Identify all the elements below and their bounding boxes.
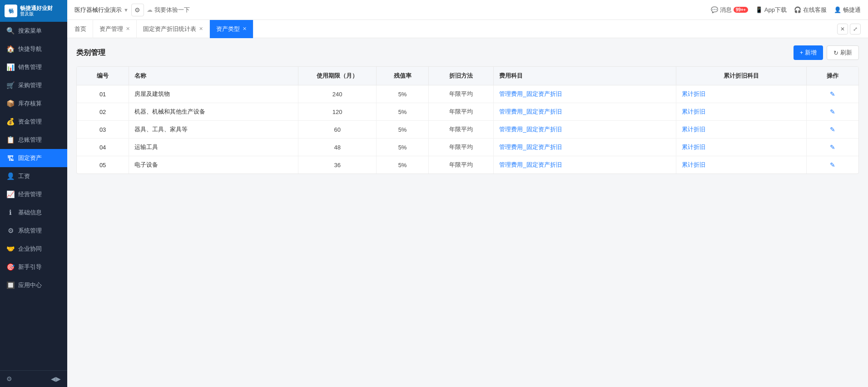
message-button[interactable]: 💬 消息 99++ — [711, 6, 748, 14]
tab-home[interactable]: 首页 — [74, 20, 93, 38]
app-title-block: 畅捷通好业财 普及版 — [20, 5, 53, 17]
new-button[interactable]: + 新增 — [794, 45, 823, 60]
cell-action[interactable]: ✎ — [806, 103, 858, 121]
experience-button[interactable]: ☁ 我要体验一下 — [147, 6, 190, 14]
sidebar-item-fixed-assets[interactable]: 🏗 固定资产 — [0, 149, 67, 167]
system-icon: ⚙ — [6, 227, 15, 235]
cloud-icon: ☁ — [147, 6, 153, 13]
cell-name: 机器、机械和其他生产设备 — [129, 103, 298, 121]
cell-period: 36 — [298, 156, 377, 174]
user-icon: 👤 — [834, 6, 841, 13]
sidebar-label-quick-nav: 快捷导航 — [18, 45, 42, 53]
cell-period: 48 — [298, 139, 377, 156]
table: 编号 名称 使用期限（月） 残值率 折旧方法 费用科目 累计折旧科目 操作 01… — [77, 67, 858, 174]
phone-icon: 📱 — [755, 6, 763, 13]
cell-residual: 5% — [377, 121, 429, 139]
refresh-button[interactable]: ↻ 刷新 — [827, 45, 859, 60]
guide-icon: 🎯 — [6, 263, 15, 271]
tab-expand-button[interactable]: ⤢ — [850, 24, 861, 35]
cell-expense: 管理费用_固定资产折旧 — [494, 156, 676, 174]
sidebar-item-app-center[interactable]: 🔲 应用中心 — [0, 276, 67, 294]
message-label: 消息 — [720, 6, 732, 14]
cell-id: 01 — [77, 85, 129, 103]
sidebar-item-basic-info[interactable]: ℹ 基础信息 — [0, 203, 67, 222]
user-menu[interactable]: 👤 畅捷通 — [834, 6, 861, 14]
settings-footer-icon[interactable]: ⚙ — [6, 375, 12, 382]
tab-asset-type-close[interactable]: ✕ — [243, 26, 247, 32]
content-area: 类别管理 + 新增 ↻ 刷新 编号 名称 使用期限（月） 残值率 折旧方法 — [67, 38, 868, 387]
sidebar-item-system[interactable]: ⚙ 系统管理 — [0, 222, 67, 240]
table-row: 01 房屋及建筑物 240 5% 年限平均 管理费用_固定资产折旧 累计折旧 ✎ — [77, 85, 858, 103]
experience-label: 我要体验一下 — [154, 6, 190, 14]
table-row: 04 运输工具 48 5% 年限平均 管理费用_固定资产折旧 累计折旧 ✎ — [77, 139, 858, 156]
sidebar-menu: 🔍 搜索菜单 🏠 快捷导航 📊 销售管理 🛒 采购管理 📦 库存核算 💰 资金管… — [0, 22, 67, 370]
col-header-period: 使用期限（月） — [298, 67, 377, 85]
cell-action[interactable]: ✎ — [806, 121, 858, 139]
app-center-icon: 🔲 — [6, 281, 15, 289]
tab-asset-mgmt[interactable]: 资产管理 ✕ — [93, 20, 137, 38]
cell-accumulated: 累计折旧 — [676, 156, 806, 174]
sidebar-label-operations: 经营管理 — [18, 190, 42, 198]
cell-accumulated: 累计折旧 — [676, 85, 806, 103]
cell-action[interactable]: ✎ — [806, 85, 858, 103]
cell-action[interactable]: ✎ — [806, 139, 858, 156]
cell-expense: 管理费用_固定资产折旧 — [494, 103, 676, 121]
page-header: 类别管理 + 新增 ↻ 刷新 — [76, 45, 859, 60]
sidebar-item-finance[interactable]: 💰 资金管理 — [0, 113, 67, 131]
cell-name: 电子设备 — [129, 156, 298, 174]
cell-name: 器具、工具、家具等 — [129, 121, 298, 139]
collapse-footer-icon[interactable]: ◀▶ — [51, 375, 61, 382]
cell-id: 03 — [77, 121, 129, 139]
home-icon: 🏠 — [6, 45, 15, 53]
operations-icon: 📈 — [6, 190, 15, 198]
cell-residual: 5% — [377, 139, 429, 156]
cell-id: 04 — [77, 139, 129, 156]
sidebar-item-quick-nav[interactable]: 🏠 快捷导航 — [0, 40, 67, 58]
sidebar-item-enterprise[interactable]: 🤝 企业协同 — [0, 240, 67, 258]
tab-asset-type[interactable]: 资产类型 ✕ — [210, 20, 253, 38]
sidebar-item-guide[interactable]: 🎯 新手引导 — [0, 258, 67, 276]
topbar-right: 💬 消息 99++ 📱 App下载 🎧 在线客服 👤 畅捷通 — [711, 6, 861, 14]
app-download-button[interactable]: 📱 App下载 — [755, 6, 787, 14]
tab-asset-mgmt-label: 资产管理 — [99, 25, 123, 33]
refresh-icon: ↻ — [833, 50, 838, 56]
settings-button[interactable]: ⚙ — [131, 4, 144, 16]
customer-service-button[interactable]: 🎧 在线客服 — [794, 6, 827, 14]
sidebar-label-fixed-assets: 固定资产 — [18, 154, 42, 162]
tab-depreciation[interactable]: 固定资产折旧统计表 ✕ — [137, 20, 210, 38]
sidebar-item-purchase[interactable]: 🛒 采购管理 — [0, 76, 67, 94]
message-badge: 99++ — [734, 7, 748, 13]
sidebar-item-search[interactable]: 🔍 搜索菜单 — [0, 22, 67, 40]
topbar-left: 医疗器械行业演示 ▼ ⚙ ☁ 我要体验一下 — [74, 4, 706, 16]
sidebar-label-basic-info: 基础信息 — [18, 208, 42, 217]
purchase-icon: 🛒 — [6, 81, 15, 89]
sidebar-label-system: 系统管理 — [18, 227, 42, 235]
cell-expense: 管理费用_固定资产折旧 — [494, 121, 676, 139]
cell-expense: 管理费用_固定资产折旧 — [494, 139, 676, 156]
sidebar-label-guide: 新手引导 — [18, 263, 42, 271]
cell-method: 年限平均 — [428, 103, 493, 121]
sidebar-label-inventory: 库存核算 — [18, 99, 42, 108]
cell-action[interactable]: ✎ — [806, 156, 858, 174]
tab-depreciation-close[interactable]: ✕ — [199, 26, 203, 32]
table-body: 01 房屋及建筑物 240 5% 年限平均 管理费用_固定资产折旧 累计折旧 ✎… — [77, 85, 858, 174]
tab-close-window-button[interactable]: ✕ — [837, 24, 848, 35]
sidebar-item-payroll[interactable]: 👤 工资 — [0, 167, 67, 185]
tabbar-actions: ✕ ⤢ — [837, 24, 861, 35]
cell-accumulated: 累计折旧 — [676, 121, 806, 139]
sidebar-item-operations[interactable]: 📈 经营管理 — [0, 185, 67, 203]
industry-selector[interactable]: 医疗器械行业演示 ▼ — [74, 6, 129, 14]
sidebar-header: 畅 畅捷通好业财 普及版 — [0, 0, 67, 22]
sidebar-label-enterprise: 企业协同 — [18, 245, 42, 253]
inventory-icon: 📦 — [6, 99, 15, 108]
cell-accumulated: 累计折旧 — [676, 103, 806, 121]
cell-method: 年限平均 — [428, 121, 493, 139]
sidebar-item-ledger[interactable]: 📋 总账管理 — [0, 131, 67, 149]
sidebar-item-inventory[interactable]: 📦 库存核算 — [0, 94, 67, 113]
tab-home-label: 首页 — [74, 25, 86, 33]
sidebar: 畅 畅捷通好业财 普及版 🔍 搜索菜单 🏠 快捷导航 📊 销售管理 🛒 采购管理… — [0, 0, 67, 387]
sidebar-item-sales[interactable]: 📊 销售管理 — [0, 58, 67, 76]
search-icon: 🔍 — [6, 27, 15, 35]
tab-asset-mgmt-close[interactable]: ✕ — [126, 26, 130, 32]
col-header-method: 折旧方法 — [428, 67, 493, 85]
